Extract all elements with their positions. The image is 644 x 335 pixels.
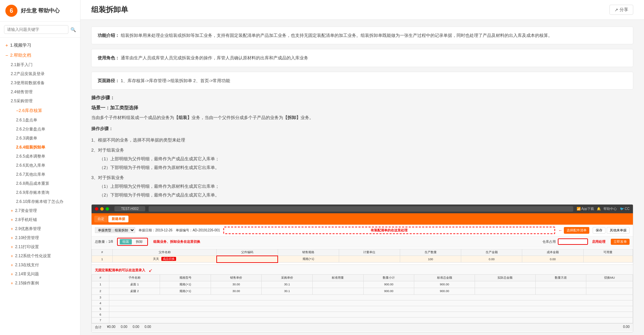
main-content: 功能介绍： 组装拆卸单用来处理企业组装或拆卸等加工业务，支持有固定装配清单的产品… <box>80 20 644 335</box>
mock-disassembly-tab[interactable]: 拆卸 <box>133 239 145 244</box>
mock-footer-label: 合计 <box>95 325 102 330</box>
col-std-qty: 标准用量 <box>313 274 364 281</box>
table-row: 4 <box>92 300 633 306</box>
sidebar-item-stock-fix[interactable]: 2.6.10库存账本错了怎么办 <box>16 197 80 206</box>
cell-num: 7 <box>92 317 109 323</box>
path-text: 1、库存核算->库存管理->组装拆卸单 2、首页->常用功能 <box>121 78 230 83</box>
mock-warehouse-area: 仓库占用 <box>542 238 588 245</box>
cell-num: 6 <box>92 312 109 317</box>
sidebar-item-cost-adjust[interactable]: 2.6.5成本调整单 <box>16 152 80 161</box>
table-row: 1 桌面 1 规格(+1) 30.00 30.1 900.00 900.00 <box>92 281 633 288</box>
cell-num: 3 <box>92 294 109 300</box>
search-input[interactable] <box>4 25 68 34</box>
mock-close-dot <box>95 207 98 211</box>
main-header: 组装拆卸单 ↗ 分享 <box>80 0 644 20</box>
sidebar-item-purchase[interactable]: 2.5采购管理 <box>11 97 80 106</box>
mock-arrow-right: ← <box>558 228 562 233</box>
scenario1-desc: 当由多个子件材料组装成一个成品的业务为【组装】业务，当由一个父件拆分成多个子产品… <box>91 114 633 122</box>
sidebar-item-stocktake[interactable]: 2.6.1盘点单 <box>16 116 80 125</box>
col-unit: 计量单位 <box>339 249 400 256</box>
sidebar-item-print[interactable]: +2.11打印设置 <box>11 242 80 252</box>
sidebar-item-partial-stocktake[interactable]: 2.6.2分量盘点单 <box>16 125 80 134</box>
cell-child-name: 桌腿 2 <box>109 288 160 294</box>
role-label: 使用角色： <box>98 55 119 60</box>
cell-empty <box>109 306 633 312</box>
sidebar-item-mobile[interactable]: +2.8手机旺铺 <box>11 215 80 224</box>
cell-prod-qty: 100 <box>400 256 461 263</box>
cell-mu <box>586 281 633 288</box>
mock-nav-tab-new[interactable]: 新建单据 <box>108 216 128 222</box>
mock-nav-tab-self[interactable]: 自定 <box>94 216 108 222</box>
sidebar-item-new-user[interactable]: 2.1新手入门 <box>11 60 80 69</box>
col-prod-amt: 生产金额 <box>461 249 522 256</box>
mock-app-title: TEST-H002 <box>114 206 145 211</box>
cell-purchase-price: 30.1 <box>262 281 313 288</box>
sidebar-item-stock-query[interactable]: 2.6.9库存账本查询 <box>16 188 80 197</box>
expand-icon: + <box>5 43 8 48</box>
step-3: 3、对于拆装业务 （1）上部明细为父件明细，最终作为原材料生成其它出库单； （2… <box>91 173 633 200</box>
sidebar-search-area: 🔍 <box>0 22 80 38</box>
col-child-model: 规格型号 <box>160 274 211 281</box>
mock-footer-total1: ¥0.00 <box>107 325 115 330</box>
cell-qty-sub: 900.00 <box>363 288 414 294</box>
cell-name: 关关 成品切换 <box>113 256 217 263</box>
sidebar-logo: 6 好生意 帮助中心 <box>0 0 80 22</box>
sidebar-item-cases[interactable]: +2.15操作案例 <box>11 279 80 288</box>
share-button[interactable]: ↗ 分享 <box>609 5 633 15</box>
step-2-1: （1）上部明细为父件明细，最终作为产成品生成其它入库单； <box>91 155 633 163</box>
mock-warehouse-input[interactable] <box>558 238 588 245</box>
sidebar-item-video-learning[interactable]: + 1.视频学习 <box>0 40 80 50</box>
mock-child-table-header: # 子件名称 规格型号 销售单价 采购单价 标准用量 数量小计 标准总金额 实际… <box>92 274 633 281</box>
sidebar-item-coupon[interactable]: +2.9优惠券管理 <box>11 224 80 233</box>
cell-empty <box>109 300 633 306</box>
mock-save-btn[interactable]: 保存 <box>593 227 605 234</box>
sidebar-item-transfer[interactable]: 2.6.3调拨单 <box>16 134 80 143</box>
col-num: # <box>92 249 113 256</box>
sidebar-item-inventory[interactable]: − 2.6库存核算 <box>11 106 80 116</box>
col-prod-qty: 生产数量 <box>400 249 461 256</box>
mock-child-table-body: 1 桌面 1 规格(+1) 30.00 30.1 900.00 900.00 <box>92 281 633 323</box>
sidebar-item-faq[interactable]: +2.14常见问题 <box>11 270 80 279</box>
scenario1-title: 场景一：加工类型选择 <box>91 105 633 111</box>
mock-arrow4: ↙ <box>149 268 153 273</box>
sidebar-item-cost-recalc[interactable]: 2.6.8商品成本重算 <box>16 179 80 188</box>
sidebar-item-finance[interactable]: +2.7资金管理 <box>11 206 80 215</box>
cell-num: 5 <box>92 306 109 312</box>
search-button[interactable]: 🔍 <box>70 27 76 32</box>
mock-doctype-select[interactable]: 单据类型：组装拆卸 <box>95 227 135 233</box>
col-purchase-price: 采购单价 <box>262 274 313 281</box>
sidebar-item-personalize[interactable]: +2.12系统个性化设置 <box>11 252 80 261</box>
sidebar-item-help-docs[interactable]: − 2.帮助文档 <box>0 50 80 60</box>
mock-footer-right: 0.00 <box>156 325 630 330</box>
mock-select-bom-btn[interactable]: 选择配件清单 <box>564 227 589 234</box>
mock-warehouse-label: 仓库占用 <box>542 239 556 244</box>
mock-min-dot <box>100 207 104 211</box>
path-label: 页面路径： <box>98 78 119 83</box>
sidebar-item-payment[interactable]: +2.13在线支付 <box>11 261 80 270</box>
col-mu: 切换MU <box>586 274 633 281</box>
sidebar-item-data-prep[interactable]: 2.3使用前数据准备 <box>11 78 80 88</box>
sidebar-item-assembly[interactable]: 2.6.4组装拆卸单 <box>16 143 80 152</box>
cell-sale-price: 30.00 <box>211 281 262 288</box>
cell-mu <box>586 288 633 294</box>
mock-child-table-area: 无固定装配清单的可以在这里录入 ↙ # 子件名称 规格型号 销售单价 采购单价 … <box>92 264 633 332</box>
collapse-icon-inventory: − <box>16 108 19 113</box>
mock-assembly-tab[interactable]: 组装 <box>120 239 132 244</box>
mock-url <box>149 206 573 212</box>
col-std-total: 标准总金额 <box>414 274 475 281</box>
mock-confirm-btn[interactable]: 立即发单 <box>611 239 630 245</box>
sidebar-sub-nav: 2.1新手入门 2.2产品安装及登录 2.3使用前数据准备 2.4销售管理 2.… <box>0 60 80 288</box>
sidebar-item-install[interactable]: 2.2产品安装及登录 <box>11 69 80 78</box>
sidebar-sub-inventory: 2.6.1盘点单 2.6.2分量盘点单 2.6.3调拨单 2.6.4组装拆卸单 … <box>11 116 80 206</box>
sidebar-item-other-in[interactable]: 2.6.6其他入库单 <box>16 161 80 170</box>
sidebar-item-sales[interactable]: 2.4销售管理 <box>11 88 80 97</box>
sidebar-nav: + 1.视频学习 − 2.帮助文档 2.1新手入门 2.2产品安装及登录 2.3… <box>0 38 80 335</box>
sidebar-item-ops[interactable]: +2.10经营管理 <box>11 233 80 242</box>
mock-other-btn[interactable]: 其他来单据 <box>607 227 630 234</box>
table-row: 3 <box>92 294 633 300</box>
mock-parent-table-header: # 父件名称 父件编码 销售规格 计量单位 生产数量 生产金额 成本金额 可用量 <box>92 249 633 256</box>
cell-num: 4 <box>92 300 109 306</box>
col-child-name: 子件名称 <box>109 274 160 281</box>
expand-icon-payment: + <box>11 263 13 268</box>
sidebar-item-other-out[interactable]: 2.6.7其他出库单 <box>16 170 80 179</box>
